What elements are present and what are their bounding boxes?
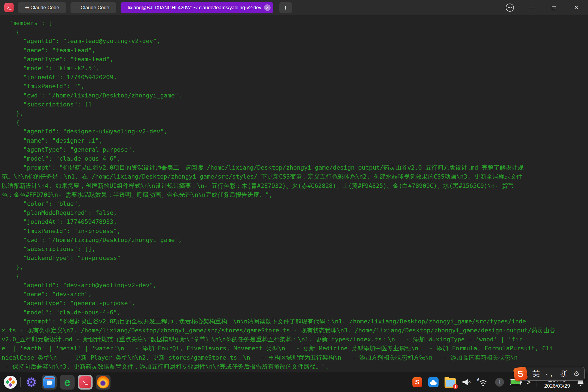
taskbar-item-file-manager[interactable]: [42, 375, 57, 390]
tab-active-terminal[interactable]: lixiang@BJLIXIANGHL420W: ~/.claude/teams…: [121, 2, 273, 13]
terminal-line: {: [2, 272, 588, 281]
mute-x-icon: ✕: [468, 379, 471, 384]
terminal-line: 范。\n\n你的任务是：\n1. 在 /home/lixiang/Desktop…: [2, 172, 588, 181]
terminal-icon: >_: [79, 376, 91, 388]
ime-language-mode-toggle[interactable]: 英: [532, 369, 540, 379]
wifi6-label: 6: [477, 378, 479, 382]
launcher-icon: [5, 377, 16, 387]
terminal-app-icon: >_: [4, 3, 14, 12]
restore-icon: [552, 6, 556, 10]
new-tab-button[interactable]: +: [279, 2, 292, 13]
taskbar-item-browser[interactable]: e: [60, 375, 75, 390]
tab-label: · Claude Code: [78, 5, 109, 11]
terminal-line: "model": "claude-opus-4-6",: [2, 308, 588, 317]
tab-claude-code-2[interactable]: · Claude Code: [71, 2, 116, 13]
cloud-sync-icon[interactable]: [428, 377, 439, 387]
restore-button[interactable]: [549, 3, 559, 12]
minimize-button[interactable]: —: [527, 3, 536, 12]
terminal-line: "prompt": "你是药灵山谷v2.0项目的资深设计师兼美工。请阅读 /ho…: [2, 163, 588, 172]
ime-punctuation-toggle[interactable]: ·，: [545, 369, 555, 379]
terminal-line: "agentId": "team-lead@yaoling-v2-dev",: [2, 36, 588, 45]
notification-badge: 1: [453, 384, 458, 389]
terminal-line: {: [2, 118, 588, 127]
terminal-line: "planModeRequired": false,: [2, 208, 588, 217]
terminal-line: "tmuxPaneId": "in-process",: [2, 226, 588, 235]
terminal-line: },: [2, 109, 588, 118]
taskbar-item-settings[interactable]: ⚙: [24, 375, 39, 390]
taskbar-divider: [20, 377, 21, 387]
terminal-line: "subscriptions": [],: [2, 244, 588, 253]
firefox-icon: [97, 376, 109, 388]
wifi-icon[interactable]: 6: [477, 378, 489, 387]
terminal-line: },: [2, 262, 588, 271]
terminal-line: "model": "kimi-k2.5",: [2, 64, 588, 73]
launcher-button[interactable]: [4, 376, 17, 389]
taskbar-item-terminal[interactable]: >_: [78, 375, 93, 390]
menu-ellipsis-icon[interactable]: [506, 4, 514, 12]
terminal-line: "agentType": "team-lead",: [2, 55, 588, 64]
terminal-line: 色：金色#FFD700\n- 需要水晶球效果：半透明、呼吸动画、金色光芒\n\n…: [2, 190, 588, 199]
sogou-tray-icon[interactable]: S: [412, 377, 422, 387]
tray-divider: [409, 377, 409, 387]
terminal-line: "joinedAt": 1774059420209,: [2, 73, 588, 82]
clock-date: 2026/03/29: [544, 383, 570, 389]
taskbar-item-firefox[interactable]: [96, 375, 111, 390]
terminal-line: "prompt": "你是药灵山谷v2.0项目的全栈开发工程师，负责核心架构重构…: [2, 317, 588, 326]
terminal-line: v2.0_五行归元版设计.md - 新设计规范（重点关注\"数据模型更新\"章节…: [2, 335, 588, 344]
ime-settings-gear-icon[interactable]: ⚙: [573, 370, 580, 378]
speaker-icon: [463, 379, 468, 385]
terminal-line: "agentId": "dev-arch@yaoling-v2-dev",: [2, 281, 588, 290]
terminal-line: 以适配新设计\n4. 如果需要，创建新的UI组件样式\n\n设计规范摘要：\n-…: [2, 181, 588, 190]
tab-label: lixiang@BJLIXIANGHL420W: ~/.claude/teams…: [128, 5, 261, 11]
terminal-line: {: [2, 27, 588, 36]
terminal-line: nicalCase 类型\n - 更新 Player 类型\n\n2. 更新 s…: [2, 353, 588, 362]
browser-icon: e: [64, 377, 70, 388]
terminal-line: x.ts - 现有类型定义\n2. /home/lixiang/Desktop/…: [2, 326, 588, 335]
terminal-line: - 保持向后兼容\n\n3. 更新药灵数据配置文件，添加五行归属和专业属性\n\…: [2, 362, 588, 371]
terminal-line: "joinedAt": 1774059478933,: [2, 217, 588, 226]
terminal-line: "cwd": "/home/lixiang/Desktop/zhongyi_ga…: [2, 91, 588, 100]
terminal-line: "color": "blue",: [2, 199, 588, 208]
terminal-line: "agentId": "designer-ui@yaoling-v2-dev",: [2, 127, 588, 136]
sogou-ime-logo-icon[interactable]: S: [513, 366, 528, 381]
terminal-line: "agentType": "general-purpose",: [2, 145, 588, 154]
taskbar: ⚙ e >_ S 1 ✕ 6 ᛒ > 16:48 2026/03/29: [0, 372, 588, 392]
tab-claude-code-1[interactable]: ✳ Claude Code: [18, 2, 66, 13]
terminal-viewport[interactable]: "members": [ { "agentId": "team-lead@yao…: [0, 15, 588, 372]
window-controls: — ✕: [506, 3, 581, 12]
terminal-line: "agentType": "general-purpose",: [2, 299, 588, 308]
volume-muted-icon[interactable]: ✕: [462, 378, 471, 386]
terminal-line: "name": "designer-ui",: [2, 136, 588, 145]
settings-gear-icon: ⚙: [26, 375, 37, 390]
terminal-line: "name": "dev-arch",: [2, 290, 588, 299]
bluetooth-icon[interactable]: ᛒ: [495, 378, 504, 387]
tab-close-icon[interactable]: ✕: [264, 4, 271, 11]
ime-toolbar: S 英 ·， 拼 ⚙: [519, 367, 585, 381]
terminal-line: "name": "team-lead",: [2, 46, 588, 55]
terminal-line: "members": [: [2, 19, 588, 27]
terminal-line: "cwd": "/home/lixiang/Desktop/zhongyi_ga…: [2, 235, 588, 244]
terminal-line: "backendType": "in-process": [2, 253, 588, 262]
terminal-line: e' | 'earth' | 'metal' | 'water'\n - 添加 …: [2, 344, 588, 353]
file-manager-icon: [43, 376, 55, 388]
window-titlebar: >_ ✳ Claude Code · Claude Code lixiang@B…: [0, 0, 588, 15]
tab-label: ✳ Claude Code: [25, 5, 59, 11]
close-button[interactable]: ✕: [572, 3, 581, 12]
ime-pinyin-indicator[interactable]: 拼: [561, 369, 568, 379]
terminal-line: "model": "claude-opus-4-6",: [2, 154, 588, 163]
download-folder-icon[interactable]: 1: [445, 378, 456, 388]
terminal-line: "tmuxPaneId": "",: [2, 82, 588, 91]
terminal-line: "subscriptions": []: [2, 100, 588, 109]
